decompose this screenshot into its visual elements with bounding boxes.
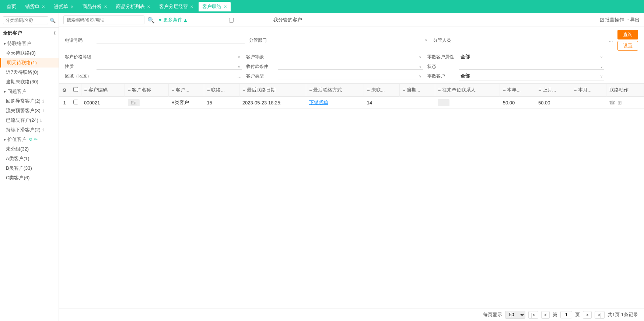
col-no-contact: ≡ 未联... xyxy=(364,84,399,97)
action-phone-icon[interactable]: ☎ xyxy=(609,100,615,106)
main-layout: 🔍 全部客户 《 ▼ 待联络客户 今天待联络(0) 明天待联络(1) 近7天待联… xyxy=(0,13,644,321)
row-no-contact: 14 xyxy=(364,97,399,109)
content-area: 🔍 ▼ 更多条件 ▲ 我分管的客户 ☑ 批量操作 ↑ 导出 xyxy=(59,13,644,321)
retail-attr-select[interactable]: 全部 ∨ xyxy=(459,53,604,61)
col-action: 联络动作 xyxy=(606,84,644,97)
manager-select[interactable] xyxy=(465,39,606,41)
filter-customer-level: 客户等级 ∨ xyxy=(246,54,423,60)
filter-customer-type: 客户类型 ∨ xyxy=(246,73,423,79)
region-select[interactable] xyxy=(97,75,235,77)
row-checkbox-cell xyxy=(70,97,81,109)
query-button[interactable]: 查询 xyxy=(617,30,638,39)
action-qr-icon[interactable]: ⊞ xyxy=(617,100,622,106)
group-problem-customers[interactable]: ▼ 问题客户 xyxy=(0,87,59,96)
payment-select[interactable]: ∨ xyxy=(278,64,423,70)
sidebar-item-repurchase-abnormal[interactable]: 回购异常客户(2) ℹ xyxy=(0,96,59,106)
export-button[interactable]: ↑ 导出 xyxy=(627,17,640,23)
per-page-select[interactable]: 50 100 200 xyxy=(505,311,525,319)
filter-price-level: 客户价格等级 ∨ xyxy=(65,54,242,60)
last-method-link[interactable]: 下销货单 xyxy=(309,100,328,105)
my-customers-check[interactable] xyxy=(191,18,272,23)
close-analysis-list-icon[interactable]: ✕ xyxy=(147,4,150,9)
nav-purchase[interactable]: 进货单 ✕ xyxy=(50,2,77,11)
status-select[interactable]: ∨ xyxy=(459,64,604,70)
close-customer-contact-icon[interactable]: ✕ xyxy=(224,4,227,9)
col-settings: ⚙ xyxy=(59,84,70,97)
nav-customer-tier[interactable]: 客户分层经营 ✕ xyxy=(155,2,197,11)
col-contact-person: ≡ 往来单位联系人 xyxy=(435,84,500,97)
row-contact-count: 15 xyxy=(204,97,239,109)
sidebar-item-declining[interactable]: 持续下滑客户(2) ℹ xyxy=(0,125,59,135)
sidebar-item-class-b[interactable]: B类客户(33) xyxy=(0,163,59,173)
filter-icon: ▼ xyxy=(158,17,162,23)
row-last-method: 下销货单 xyxy=(306,97,364,109)
my-customers-checkbox[interactable]: 我分管的客户 xyxy=(191,17,302,23)
manager-more-btn[interactable]: … xyxy=(609,38,613,43)
nature-select[interactable]: ∨ xyxy=(97,64,242,70)
customer-level-arrow: ∨ xyxy=(419,55,421,59)
sidebar-item-churned[interactable]: 已流失客户(24) ℹ xyxy=(0,115,59,125)
main-search-input[interactable] xyxy=(63,15,144,24)
nav-customer-contact[interactable]: 客户联络 ✕ xyxy=(199,2,231,11)
col-last-date: ≡ 最后联络日期 xyxy=(239,84,306,97)
nav-home[interactable]: 首页 xyxy=(3,2,20,11)
row-type: B类客户 xyxy=(168,97,204,109)
nav-sales[interactable]: 销货单 ✕ xyxy=(21,2,49,11)
close-analysis-icon[interactable]: ✕ xyxy=(104,4,107,9)
price-level-arrow: ∨ xyxy=(238,55,240,59)
row-this-year: 50.00 xyxy=(500,97,535,109)
first-page-button[interactable]: |< xyxy=(528,311,538,319)
retail-customer-select[interactable]: 全部 ∨ xyxy=(459,72,604,80)
filter-action-buttons: 查询 设置 xyxy=(617,30,638,51)
filter-dept: 分管部门 ∨ xyxy=(249,37,429,44)
page-input[interactable] xyxy=(560,311,572,318)
select-all-checkbox[interactable] xyxy=(73,87,78,92)
collapse-icon: 《 xyxy=(51,30,56,37)
price-level-select[interactable]: ∨ xyxy=(97,54,242,60)
group-pending-contact[interactable]: ▼ 待联络客户 xyxy=(0,39,59,48)
main-search-button[interactable]: 🔍 xyxy=(147,17,155,24)
close-purchase-icon[interactable]: ✕ xyxy=(70,4,74,9)
nav-analysis[interactable]: 商品分析 ✕ xyxy=(79,2,111,11)
sidebar-item-class-a[interactable]: A类客户(1) xyxy=(0,154,59,163)
next-page-button[interactable]: > xyxy=(583,311,592,319)
sidebar-item-today-contact[interactable]: 今天待联络(0) xyxy=(0,48,59,58)
sidebar-item-class-c[interactable]: C类客户(6) xyxy=(0,173,59,183)
sidebar-item-week-contact[interactable]: 近7天待联络(0) xyxy=(0,68,59,77)
top-nav: 首页 销货单 ✕ 进货单 ✕ 商品分析 ✕ 商品分析列表 ✕ 客户分层经营 ✕ … xyxy=(0,0,644,13)
close-sales-icon[interactable]: ✕ xyxy=(42,4,45,9)
prev-page-button[interactable]: < xyxy=(541,311,550,319)
close-customer-tier-icon[interactable]: ✕ xyxy=(190,4,193,9)
col-code: ≡ 客户编码 xyxy=(81,84,125,97)
sidebar-item-tomorrow-contact[interactable]: 明天待联络(1) xyxy=(0,58,59,68)
sidebar-item-ungrouped[interactable]: 未分组(32) xyxy=(0,144,59,154)
sidebar-search-icon[interactable]: 🔍 xyxy=(50,18,56,23)
bulk-op-button[interactable]: ☑ 批量操作 xyxy=(600,17,624,23)
settings-icon[interactable]: ⚙ xyxy=(62,87,67,93)
all-customers-header[interactable]: 全部客户 《 xyxy=(0,28,59,39)
sidebar-search-input[interactable] xyxy=(3,16,48,24)
sidebar-item-churn-warning[interactable]: 流失预警客户(3) ℹ xyxy=(0,106,59,115)
group-arrow-1: ▼ xyxy=(3,42,7,46)
last-page-button[interactable]: >| xyxy=(595,311,605,319)
retail-attr-arrow: ∨ xyxy=(600,55,603,59)
group-value-customers[interactable]: ▼ 价值客户 ↻ ✏ xyxy=(0,135,59,144)
dept-select[interactable]: ∨ xyxy=(281,37,429,43)
customer-table-container: ⚙ ≡ 客户编码 ≡ 客户名称 ≡ 客户... xyxy=(59,84,644,308)
nav-analysis-list[interactable]: 商品分析列表 ✕ xyxy=(112,2,154,11)
region-more-btn[interactable]: … xyxy=(237,74,242,79)
filter-bar-right: ☑ 批量操作 ↑ 导出 xyxy=(600,17,640,23)
more-filter-button[interactable]: ▼ 更多条件 ▲ xyxy=(158,17,188,23)
row-checkbox[interactable] xyxy=(73,100,78,104)
sidebar-search-bar: 🔍 xyxy=(0,13,59,28)
sidebar-item-overdue-contact[interactable]: 逾期未联络(30) xyxy=(0,77,59,87)
reset-button[interactable]: 设置 xyxy=(617,41,638,51)
dept-select-arrow: ∨ xyxy=(425,38,427,42)
filter-phone: 电话号码 xyxy=(65,37,245,44)
customer-type-select[interactable]: ∨ xyxy=(278,73,423,79)
phone-input[interactable] xyxy=(97,37,245,44)
customer-level-select[interactable]: ∨ xyxy=(278,54,423,60)
retail-customer-arrow: ∨ xyxy=(600,74,603,78)
table-body: 1 000021 Ea B类客户 15 2023-05-23 18:25: 下销… xyxy=(59,97,644,109)
row-action: ☎ ⊞ xyxy=(606,97,644,109)
